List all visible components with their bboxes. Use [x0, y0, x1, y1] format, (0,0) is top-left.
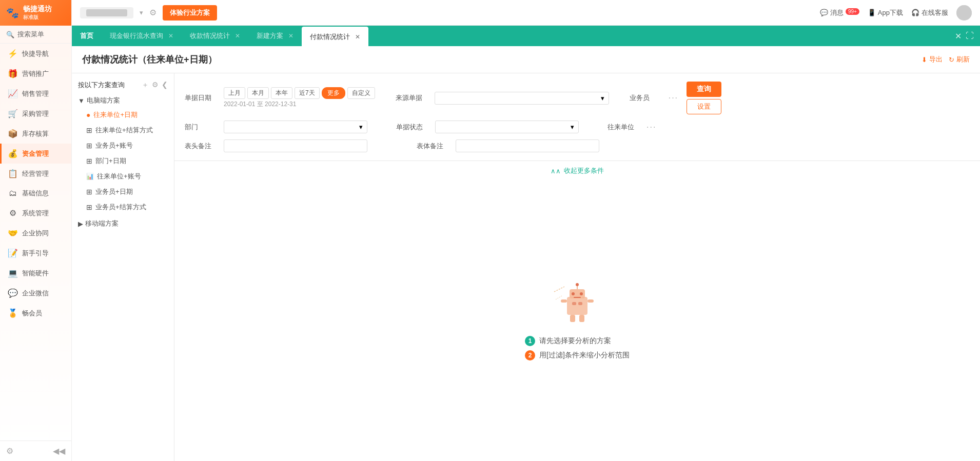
partner-dots[interactable]: ···	[646, 123, 656, 132]
trial-button[interactable]: 体验行业方案	[163, 5, 217, 21]
refresh-button[interactable]: ↻ 刷新	[949, 55, 970, 64]
system-icon: ⚙	[8, 208, 18, 218]
header-dropdown-icon[interactable]: ▾	[140, 9, 143, 16]
scheme-add-icon[interactable]: ＋	[142, 81, 149, 90]
online-service-btn[interactable]: 🎧 在线客服	[911, 8, 948, 17]
scheme-staff-date[interactable]: ⊞ 业务员+日期	[78, 184, 168, 199]
date-btn-more[interactable]: 更多	[322, 87, 345, 99]
scheme-partner-date[interactable]: ● 往来单位+日期	[78, 107, 168, 123]
sidebar-nav: ⚡ 快捷导航 🎁 营销推广 📈 销售管理 🛒 采购管理 📦 库存核算 💰 资金管…	[0, 44, 71, 440]
sidebar-item-inventory[interactable]: 📦 库存核算	[0, 124, 71, 144]
sidebar-search[interactable]: 🔍 搜索菜单	[0, 26, 71, 44]
collapse-button[interactable]: ∧∧ 收起更多条件	[174, 161, 980, 181]
sidebar-item-basics[interactable]: 🗂 基础信息	[0, 184, 71, 203]
tab-receipt-stats[interactable]: 收款情况统计 ✕	[182, 26, 248, 46]
download-icon: 📱	[868, 9, 876, 16]
source-select[interactable]: ▾	[435, 92, 609, 105]
sidebar-item-wechat[interactable]: 💬 企业微信	[0, 283, 71, 303]
main-area: ▾ ⚙ 体验行业方案 💬 消息 99+ 📱 App下载 🎧 在线客服 首页	[72, 0, 980, 461]
sidebar-item-guide[interactable]: 📝 新手引导	[0, 243, 71, 263]
inventory-icon: 📦	[8, 129, 18, 138]
date-btn-this-month[interactable]: 本月	[247, 87, 269, 99]
scheme-dept-date[interactable]: ⊞ 部门+日期	[78, 153, 168, 169]
sidebar-item-member[interactable]: 🏅 畅会员	[0, 303, 71, 323]
logo-icon: 🐾	[6, 7, 19, 19]
sidebar-item-hardware[interactable]: 💻 智能硬件	[0, 263, 71, 283]
date-btn-last-7days[interactable]: 近7天	[295, 87, 320, 99]
scheme-collapse-icon[interactable]: ❮	[162, 81, 168, 90]
tab-payment-stats[interactable]: 付款情况统计 ✕	[302, 27, 368, 47]
scheme-panel: 按以下方案查询 ＋ ⚙ ❮ ▼ 电脑端方案 ●	[72, 73, 174, 461]
date-btn-custom[interactable]: 自定义	[347, 87, 375, 99]
tab-bank-flow-close[interactable]: ✕	[168, 32, 173, 39]
export-button[interactable]: ⬇ 导出	[922, 55, 943, 64]
sidebar-item-sales[interactable]: 📈 销售管理	[0, 84, 71, 104]
tab-new-scheme-close[interactable]: ✕	[288, 32, 293, 39]
scheme-panel-title: 按以下方案查询	[78, 81, 125, 90]
tab-receipt-stats-close[interactable]: ✕	[235, 32, 240, 39]
tab-bank-flow[interactable]: 现金银行流水查询 ✕	[102, 26, 182, 46]
app-download-btn[interactable]: 📱 App下载	[868, 8, 903, 17]
svg-rect-10	[587, 299, 594, 303]
staff-label: 业务员	[630, 93, 660, 103]
sidebar-item-capital[interactable]: 💰 资金管理	[0, 144, 71, 164]
sidebar-bottom: ⚙ ◀◀	[0, 440, 71, 461]
query-button[interactable]: 查询	[687, 82, 721, 97]
page-header: 付款情况统计（往来单位+日期） ⬇ 导出 ↻ 刷新	[72, 46, 980, 73]
avatar-text	[956, 5, 972, 21]
sidebar-label-purchase: 采购管理	[22, 109, 49, 118]
tab-bar: 首页 现金银行流水查询 ✕ 收款情况统计 ✕ 新建方案 ✕ 付款情况统计 ✕ ✕…	[72, 26, 980, 46]
app-name: 畅捷通坊	[23, 5, 52, 14]
sidebar-item-marketing[interactable]: 🎁 营销推广	[0, 64, 71, 84]
scheme-staff-account[interactable]: ⊞ 业务员+账号	[78, 138, 168, 153]
tab-home[interactable]: 首页	[72, 26, 102, 46]
date-btn-this-year[interactable]: 本年	[271, 87, 292, 99]
header-right: 💬 消息 99+ 📱 App下载 🎧 在线客服	[820, 5, 972, 21]
staff-dots[interactable]: ···	[669, 93, 678, 103]
scheme-partner-settle[interactable]: ⊞ 往来单位+结算方式	[78, 123, 168, 138]
filter-settings-button[interactable]: 设置	[687, 99, 721, 114]
tab-maximize-icon[interactable]: ⛶	[966, 31, 974, 41]
messages-btn[interactable]: 💬 消息 99+	[820, 8, 859, 17]
guide-icon: 📝	[8, 248, 18, 258]
date-col: 上月 本月 本年 近7天 更多 自定义 2022-01-01 至 2022-12…	[224, 87, 375, 109]
body-remark-input[interactable]	[456, 139, 599, 152]
sidebar-item-purchase[interactable]: 🛒 采购管理	[0, 104, 71, 124]
date-options: 上月 本月 本年 近7天 更多 自定义	[224, 87, 375, 99]
sidebar-label-capital: 资金管理	[22, 149, 49, 158]
sidebar-label-quick-nav: 快捷导航	[22, 49, 49, 58]
sidebar: 🐾 畅捷通坊 标准版 🔍 搜索菜单 ⚡ 快捷导航 🎁 营销推广 📈 销售管理 🛒…	[0, 0, 72, 461]
settings-icon[interactable]: ⚙	[6, 446, 13, 456]
bill-status-label: 单据状态	[396, 123, 427, 132]
avatar[interactable]	[956, 5, 972, 21]
sidebar-item-collab[interactable]: 🤝 企业协同	[0, 223, 71, 243]
svg-rect-14	[578, 302, 582, 305]
svg-point-4	[572, 292, 575, 295]
header: ▾ ⚙ 体验行业方案 💬 消息 99+ 📱 App下载 🎧 在线客服	[72, 0, 980, 26]
dept-select[interactable]: ▾	[224, 121, 367, 133]
header-remark-input[interactable]	[224, 139, 367, 152]
collapse-sidebar-icon[interactable]: ◀◀	[53, 446, 65, 456]
scheme-group-pc-header[interactable]: ▼ 电脑端方案	[78, 96, 168, 105]
page-body: 按以下方案查询 ＋ ⚙ ❮ ▼ 电脑端方案 ●	[72, 73, 980, 461]
svg-rect-13	[572, 302, 576, 305]
scheme-dept-date-label: 部门+日期	[95, 156, 126, 166]
sidebar-item-quick-nav[interactable]: ⚡ 快捷导航	[0, 44, 71, 64]
header-settings-icon[interactable]: ⚙	[149, 8, 156, 17]
scheme-settings-icon[interactable]: ⚙	[152, 81, 159, 90]
scheme-partner-date-icon: ●	[86, 111, 90, 119]
collab-icon: 🤝	[8, 228, 18, 238]
sidebar-item-system[interactable]: ⚙ 系统管理	[0, 203, 71, 223]
tab-payment-stats-close[interactable]: ✕	[355, 33, 360, 41]
scheme-staff-settle[interactable]: ⊞ 业务员+结算方式	[78, 199, 168, 215]
message-icon: 💬	[820, 9, 828, 16]
svg-rect-12	[579, 315, 584, 322]
scheme-partner-account[interactable]: 📊 往来单位+账号	[78, 169, 168, 184]
sidebar-item-operations[interactable]: 📋 经营管理	[0, 164, 71, 184]
bill-status-select[interactable]: ▾	[435, 121, 579, 133]
source-select-arrow: ▾	[601, 94, 604, 102]
scheme-group-mobile-header[interactable]: ▶ 移动端方案	[78, 219, 168, 228]
tab-new-scheme[interactable]: 新建方案 ✕	[248, 26, 302, 46]
date-btn-last-month[interactable]: 上月	[224, 87, 245, 99]
tab-close-all-icon[interactable]: ✕	[955, 31, 962, 41]
